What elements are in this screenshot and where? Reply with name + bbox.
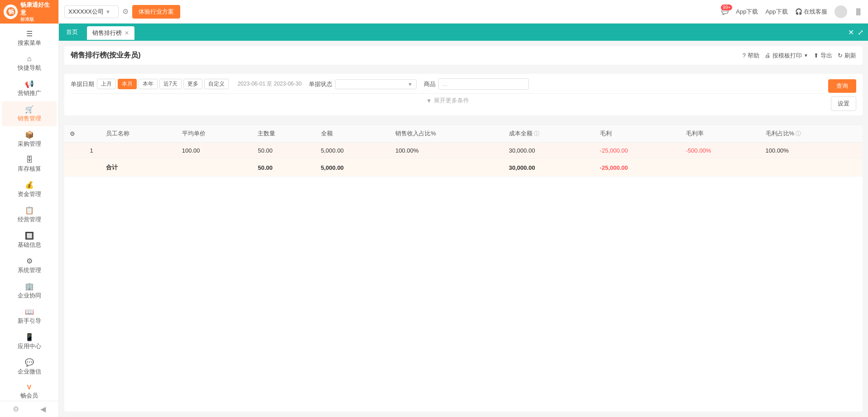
avatar [834,5,847,18]
refresh-icon: ↻ [838,52,843,59]
print-btn[interactable]: 🖨 按模板打印 ▼ [765,52,808,60]
footer-cost: 30,000.00 [504,159,595,177]
sidebar-logo: 畅 畅康通好生意 标准版 [0,0,58,24]
sidebar-item-enterprise[interactable]: 🏢 企业协同 [2,278,57,303]
row-gross-rate: -500.00% [681,143,760,159]
sidebar: 畅 畅康通好生意 标准版 ☰ 搜索菜单 ⌂ 快捷导航 📢 营销推广 🛒 销售管理… [0,0,59,417]
row-sales-pct: 100.00% [390,143,504,159]
sidebar-collapse-btn[interactable]: ◀ [40,405,46,413]
content-area: 销售排行榜(按业务员) ? 帮助 🖨 按模板打印 ▼ ⬆ 导出 [59,41,868,417]
sidebar-item-search-order[interactable]: ☰ 搜索菜单 [2,26,57,51]
footer-gross-pct [760,159,863,177]
goods-input-placeholder: ... [442,81,447,87]
online-service-label: 在线客服 [804,8,827,16]
expand-btn[interactable]: ▼ 展开更多条件 [426,96,469,105]
sidebar-item-marketing[interactable]: 📢 营销推广 [2,76,57,101]
export-icon: ⬆ [814,52,819,59]
date-filter-btns: 上月 本月 本年 近7天 更多 自定义 [97,79,229,89]
username-label: ▐▌ [854,8,863,15]
export-btn[interactable]: ⬆ 导出 [814,52,832,60]
query-btn[interactable]: 查询 [828,79,856,93]
basic-info-icon: 🔲 [25,231,34,240]
data-table: ⚙ 员工名称 平均单价 主数量 全额 销售收入占比% 成本全额 ⓘ [64,125,863,177]
main-area: XXXXXX公司 ▼ ⚙ 体验行业方案 💬 99+ App下载 App下载 🎧 … [59,0,868,417]
app-download-btn[interactable]: App下载 [736,8,758,16]
trial-btn[interactable]: 体验行业方案 [132,5,180,19]
app-center-icon: 📱 [25,333,34,341]
date-btn-this-month[interactable]: 本月 [118,79,137,89]
sidebar-item-finance[interactable]: 💰 资金管理 [2,177,57,202]
filter-expand: ▼ 展开更多条件 [71,93,825,105]
tabbar: 首页 销售排行榜 ✕ ✕ ⤢ [59,24,868,41]
th-avg-price: 平均单价 [177,125,253,143]
status-select-chevron-icon: ▼ [408,81,412,87]
enterprise-icon: 🏢 [25,282,34,291]
date-btn-7days[interactable]: 近7天 [159,79,182,89]
date-filter-group: 单据日期 上月 本月 本年 近7天 更多 自定义 [71,79,229,89]
gross-pct-help-icon[interactable]: ⓘ [796,130,801,138]
date-btn-this-year[interactable]: 本年 [139,79,158,89]
sidebar-nav: ☰ 搜索菜单 ⌂ 快捷导航 📢 营销推广 🛒 销售管理 📦 采购管理 🗄 库存核… [0,24,58,401]
row-gross-pct: 100.00% [760,143,863,159]
footer-settings [64,159,82,177]
print-chevron-icon: ▼ [804,53,808,58]
row-main-qty: 50.00 [252,143,315,159]
sidebar-item-guide[interactable]: 📖 新手引导 [2,304,57,329]
window-expand-btn[interactable]: ⤢ [858,28,863,37]
status-select[interactable]: ▼ [335,79,417,89]
tab-close-icon[interactable]: ✕ [125,30,129,36]
sidebar-item-inventory[interactable]: 🗄 库存核算 [2,152,57,177]
sidebar-item-wechat[interactable]: 💬 企业微信 [2,355,57,379]
help-btn[interactable]: ? 帮助 [743,52,759,60]
row-rank: 1 [82,143,101,159]
marketing-icon: 📢 [25,80,34,88]
sidebar-item-member[interactable]: V 畅会员 [2,380,57,401]
filter-row: 单据日期 上月 本月 本年 近7天 更多 自定义 [71,78,825,90]
footer-gross: -25,000.00 [595,159,681,177]
logo-icon: 畅 [4,5,18,19]
sidebar-item-sales[interactable]: 🛒 销售管理 [2,101,57,126]
sidebar-settings-btn[interactable]: ⚙ [13,405,19,413]
message-btn[interactable]: 💬 99+ [721,8,729,15]
sidebar-item-basic-info[interactable]: 🔲 基础信息 [2,228,57,253]
inventory-icon: 🗄 [26,156,33,164]
footer-rank [82,159,101,177]
company-chevron-icon: ▼ [106,9,110,14]
sidebar-item-app-center[interactable]: 📱 应用中心 [2,329,57,354]
date-btn-more[interactable]: 更多 [183,79,202,89]
th-rank [82,125,101,143]
goods-input[interactable]: ... [438,78,529,90]
company-selector[interactable]: XXXXXX公司 ▼ [64,5,119,18]
settings-btn[interactable]: 设置 [831,96,856,111]
date-btn-custom[interactable]: 自定义 [204,79,229,89]
app-download-label[interactable]: App下载 [765,8,787,16]
window-close-btn[interactable]: ✕ [848,28,854,37]
sidebar-item-purchase[interactable]: 📦 采购管理 [2,127,57,152]
sidebar-item-operations[interactable]: 📋 经营管理 [2,202,57,227]
table-row: 1 100.00 50.00 5,000.00 100.00% 30,000.0… [64,143,863,159]
footer-label: 合计 [101,159,177,177]
cost-help-icon[interactable]: ⓘ [534,130,539,138]
sidebar-item-quick-nav[interactable]: ⌂ 快捷导航 [2,51,57,76]
print-icon: 🖨 [765,52,771,59]
svg-text:畅: 畅 [8,8,14,15]
date-filter-label: 单据日期 [71,80,94,88]
page-title: 销售排行榜(按业务员) [71,51,141,60]
tab-home[interactable]: 首页 [59,24,85,41]
row-gross: -25,000.00 [595,143,681,159]
row-employee [101,143,177,159]
topbar-settings-icon[interactable]: ⚙ [122,7,129,16]
th-main-qty: 主数量 [252,125,315,143]
tab-sales-ranking[interactable]: 销售排行榜 ✕ [87,26,134,40]
row-amount: 5,000.00 [316,143,390,159]
th-gross-pct: 毛利占比% ⓘ [760,125,863,143]
sidebar-item-system[interactable]: ⚙ 系统管理 [2,253,57,278]
row-cost: 30,000.00 [504,143,595,159]
date-btn-last-month[interactable]: 上月 [97,79,116,89]
filter-query-area: 单据日期 上月 本月 本年 近7天 更多 自定义 [71,78,856,111]
refresh-btn[interactable]: ↻ 刷新 [838,52,856,60]
footer-avg-price [177,159,253,177]
filter-inputs-area: 单据日期 上月 本月 本年 近7天 更多 自定义 [71,78,825,111]
online-service-btn[interactable]: 🎧 在线客服 [795,8,827,16]
th-settings[interactable]: ⚙ [64,125,82,143]
